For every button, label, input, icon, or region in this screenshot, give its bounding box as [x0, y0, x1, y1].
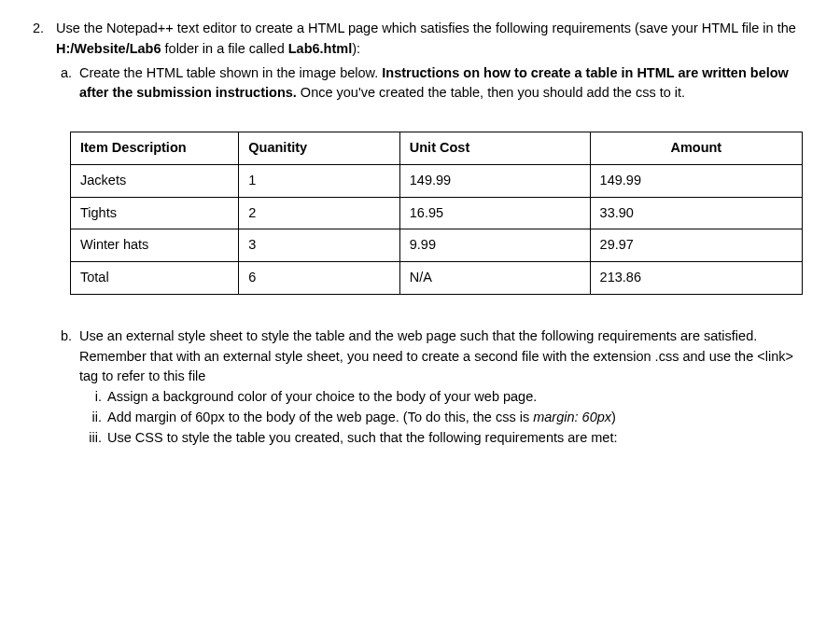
sub-b-wrapper: b. Use an external style sheet to style … — [33, 323, 807, 449]
cell-qty: 1 — [239, 164, 399, 197]
roman-ii: ii. Add margin of 60px to the body of th… — [79, 408, 807, 428]
sub-a-text-2: Once you've created the table, then you … — [297, 85, 685, 100]
sub-a-text-1: Create the HTML table shown in the image… — [79, 65, 382, 80]
table-header-row: Item Description Quanitity Unit Cost Amo… — [71, 132, 803, 165]
q2-text-3: ): — [352, 41, 360, 56]
sub-a-body: Create the HTML table shown in the image… — [79, 63, 807, 104]
cell-amount: 149.99 — [590, 164, 802, 197]
cell-item: Winter hats — [71, 229, 239, 262]
cell-unit: 9.99 — [399, 229, 590, 262]
question-number: 2. — [33, 19, 56, 104]
roman-i-text: Assign a background color of your choice… — [107, 387, 807, 408]
cell-item: Total — [71, 262, 239, 295]
roman-iii-label: iii. — [79, 428, 107, 449]
cell-amount: 213.86 — [590, 262, 802, 295]
q2-path: H:/Website/Lab6 — [56, 41, 161, 56]
sub-b-body: Use an external style sheet to style the… — [79, 326, 807, 449]
header-item-description: Item Description — [71, 132, 239, 165]
question-2: 2. Use the Notepad++ text editor to crea… — [33, 19, 807, 104]
sub-b-label: b. — [56, 326, 79, 449]
sub-b-text: Use an external style sheet to style the… — [79, 328, 793, 384]
roman-ii-t3: ) — [611, 410, 616, 424]
table-row: Jackets 1 149.99 149.99 — [71, 164, 803, 197]
cell-item: Jackets — [71, 164, 239, 197]
cell-amount: 33.90 — [590, 197, 802, 229]
header-unit-cost: Unit Cost — [399, 132, 590, 165]
header-amount: Amount — [590, 132, 802, 165]
q2-text-1: Use the Notepad++ text editor to create … — [56, 21, 796, 35]
roman-i: i. Assign a background color of your cho… — [79, 387, 807, 408]
roman-ii-t1: Add margin of 60px to the body of the we… — [107, 410, 533, 424]
cell-qty: 3 — [239, 229, 399, 262]
roman-i-label: i. — [79, 387, 107, 408]
roman-ii-code: margin: 60px — [533, 410, 611, 424]
cell-unit: N/A — [399, 262, 590, 295]
cell-qty: 6 — [239, 262, 399, 295]
question-body: Use the Notepad++ text editor to create … — [56, 19, 807, 104]
cell-unit: 16.95 — [399, 197, 590, 229]
q2-filename: Lab6.html — [288, 41, 352, 56]
roman-ii-label: ii. — [79, 408, 107, 428]
sub-b: b. Use an external style sheet to style … — [56, 326, 807, 449]
sub-a-label: a. — [56, 63, 79, 104]
roman-ii-body: Add margin of 60px to the body of the we… — [107, 408, 807, 428]
roman-iii: iii. Use CSS to style the table you crea… — [79, 428, 807, 449]
roman-iii-text: Use CSS to style the table you created, … — [107, 428, 807, 449]
q2-text-2: folder in a file called — [161, 41, 288, 56]
cell-qty: 2 — [239, 197, 399, 229]
items-table: Item Description Quanitity Unit Cost Amo… — [70, 132, 803, 295]
cell-unit: 149.99 — [399, 164, 590, 197]
sub-a: a. Create the HTML table shown in the im… — [56, 63, 807, 104]
cell-amount: 29.97 — [590, 229, 802, 262]
header-quantity: Quanitity — [239, 132, 399, 165]
table-row: Total 6 N/A 213.86 — [71, 262, 803, 295]
sub-b-container: b. Use an external style sheet to style … — [56, 323, 807, 449]
cell-item: Tights — [71, 197, 239, 229]
spacer — [33, 323, 56, 449]
table-row: Tights 2 16.95 33.90 — [71, 197, 803, 229]
table-row: Winter hats 3 9.99 29.97 — [71, 229, 803, 262]
